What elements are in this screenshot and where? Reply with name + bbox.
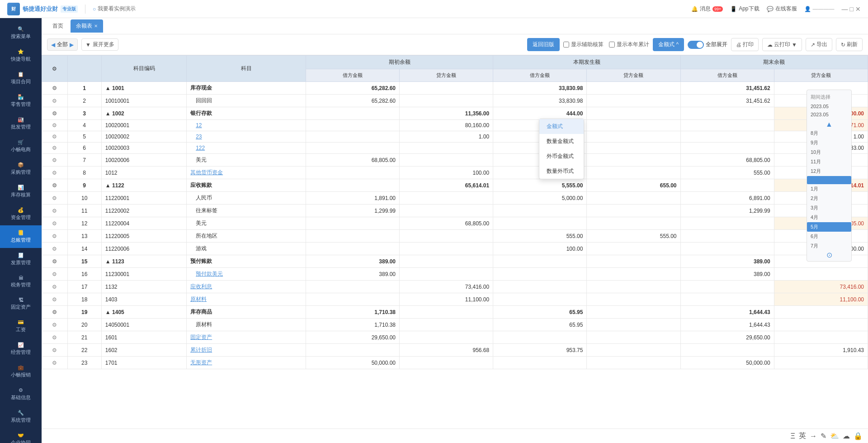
period-item-2023-05b[interactable]: 2023.05 — [807, 110, 851, 119]
tab-balance[interactable]: 余额表 ✕ — [71, 19, 103, 33]
refresh-button[interactable]: ↻ 刷新 — [836, 38, 863, 51]
search-box[interactable]: ◀ 全部 ▶ — [47, 38, 78, 51]
sidebar-item-capital[interactable]: 💰 资金管理 — [0, 203, 42, 225]
cell-settings[interactable]: ⚙ — [42, 255, 68, 268]
cell-settings[interactable]: ⚙ — [42, 344, 68, 357]
sidebar-item-retail[interactable]: 🏪 零售管理 — [0, 90, 42, 112]
period-up-icon[interactable]: ▲ — [826, 120, 833, 129]
sidebar-item-basic[interactable]: ⚙ 基础信息 — [0, 383, 42, 405]
checkbox-annual-input[interactable] — [609, 42, 615, 48]
cell-settings[interactable]: ⚙ — [42, 205, 68, 217]
period-item-2023[interactable]: 2023 — [807, 176, 851, 184]
header-settings[interactable]: ⚙ — [42, 56, 68, 82]
checkbox-aux-input[interactable] — [563, 42, 569, 48]
cell-settings[interactable]: ⚙ — [42, 217, 68, 230]
cell-settings[interactable]: ⚙ — [42, 293, 68, 306]
sidebar-item-fixed-assets[interactable]: 🏗 固定资产 — [0, 293, 42, 315]
cell-subject[interactable]: 无形资产 — [187, 357, 306, 369]
sidebar-item-wholesale[interactable]: 🏭 批发管理 — [0, 112, 42, 135]
cell-settings[interactable]: ⚙ — [42, 179, 68, 192]
bottom-icon-lock[interactable]: 🔒 — [854, 432, 863, 440]
tab-close-icon[interactable]: ✕ — [94, 24, 98, 29]
period-item-feb[interactable]: 2月 — [807, 194, 851, 203]
cell-settings[interactable]: ⚙ — [42, 95, 68, 107]
dropdown-item-qty-amount[interactable]: 数量金额式 — [539, 134, 584, 149]
bottom-icon-1[interactable]: Ξ — [791, 432, 795, 440]
cell-subject[interactable]: 其他货币资金 — [187, 167, 306, 179]
toggle-switch[interactable] — [688, 41, 704, 49]
print-button[interactable]: 🖨 打印 — [731, 38, 759, 51]
bottom-icon-3[interactable]: → — [810, 432, 817, 440]
sidebar-item-search[interactable]: 🔍 搜索菜单 — [0, 22, 42, 44]
cell-settings[interactable]: ⚙ — [42, 82, 68, 95]
period-item-2023-05a[interactable]: 2023.05 — [807, 102, 851, 110]
period-item-may[interactable]: 5月 — [807, 222, 851, 232]
period-item-jun[interactable]: 6月 — [807, 232, 851, 241]
cell-settings[interactable]: ⚙ — [42, 107, 68, 120]
cell-subject[interactable]: 预付款美元 — [187, 268, 306, 281]
cell-settings[interactable]: ⚙ — [42, 192, 68, 205]
cell-subject[interactable]: 12 — [187, 120, 306, 131]
service-item[interactable]: 💬 在线客服 — [767, 5, 797, 13]
cell-settings[interactable]: ⚙ — [42, 230, 68, 243]
sidebar-item-expense[interactable]: 💼 小畅报销 — [0, 360, 42, 383]
cell-settings[interactable]: ⚙ — [42, 268, 68, 281]
cell-settings[interactable]: ⚙ — [42, 331, 68, 344]
cell-settings[interactable]: ⚙ — [42, 143, 68, 154]
dropdown-item-amount[interactable]: 金额式 — [539, 119, 584, 134]
bottom-icon-cloud1[interactable]: ⛅ — [830, 432, 839, 440]
cell-settings[interactable]: ⚙ — [42, 167, 68, 179]
dropdown-item-foreign-amount[interactable]: 外币金额式 — [539, 149, 584, 164]
dropdown-item-qty-foreign[interactable]: 数量外币式 — [539, 164, 584, 179]
demo-link[interactable]: ○ 我要看实例演示 — [93, 5, 136, 13]
cell-settings[interactable]: ⚙ — [42, 120, 68, 131]
checkbox-annual[interactable]: 显示本年累计 — [609, 41, 649, 48]
notification-item[interactable]: 🔔 消息 99+ — [691, 5, 723, 13]
amount-style-button[interactable]: 金额式 ^ — [653, 38, 684, 51]
table-container[interactable]: ⚙ 科目编码 科目 期初余额 本期发生额 期末余额 借方金额 贷方金额 借方金额 — [42, 55, 868, 429]
sidebar-item-nav[interactable]: ⭐ 快捷导航 — [0, 44, 42, 67]
period-item-oct[interactable]: 10月 — [807, 148, 851, 157]
period-item-jan[interactable]: 1月 — [807, 184, 851, 194]
sidebar-item-system[interactable]: 🔧 系统管理 — [0, 405, 42, 428]
bottom-icon-edit[interactable]: ✎ — [821, 432, 826, 440]
sidebar-item-ecommerce[interactable]: 🛒 小畅电商 — [0, 135, 42, 157]
cloud-print-button[interactable]: ☁ 云打印 ▼ — [762, 38, 802, 51]
period-item-apr[interactable]: 4月 — [807, 213, 851, 222]
period-item-dec[interactable]: 12月 — [807, 167, 851, 176]
download-item[interactable]: 📱 App下载 — [730, 5, 759, 13]
cell-subject[interactable]: 固定资产 — [187, 331, 306, 344]
sidebar-item-inventory[interactable]: 📊 库存核算 — [0, 180, 42, 203]
expand-button[interactable]: ▼ 展开更多 — [81, 38, 118, 51]
export-button[interactable]: ↗ 导出 — [806, 38, 832, 51]
cell-settings[interactable]: ⚙ — [42, 319, 68, 331]
period-down-icon[interactable]: ⊙ — [826, 251, 832, 259]
return-button[interactable]: 返回旧版 — [527, 38, 560, 51]
cell-subject[interactable]: 原材料 — [187, 293, 306, 306]
sidebar-item-collab[interactable]: 🤝 企业协同 — [0, 428, 42, 443]
cell-subject[interactable]: 累计折旧 — [187, 344, 306, 357]
period-item-mar[interactable]: 3月 — [807, 203, 851, 213]
cell-settings[interactable]: ⚙ — [42, 281, 68, 293]
tab-home[interactable]: 首页 — [47, 19, 69, 33]
close-button[interactable]: ✕ — [855, 5, 861, 13]
minimize-button[interactable]: — — [842, 5, 848, 13]
cell-subject[interactable]: 应收利息 — [187, 281, 306, 293]
sidebar-item-payroll[interactable]: 💳 工资 — [0, 315, 42, 338]
expand-all-toggle[interactable]: 全部展开 — [688, 41, 727, 49]
cell-settings[interactable]: ⚙ — [42, 154, 68, 167]
period-item-aug[interactable]: 8月 — [807, 129, 851, 138]
bottom-icon-cloud2[interactable]: ☁ — [843, 432, 850, 440]
cell-settings[interactable]: ⚙ — [42, 357, 68, 369]
checkbox-aux[interactable]: 显示辅助核算 — [563, 41, 604, 48]
sidebar-item-ledger[interactable]: 📒 总账管理 — [0, 225, 42, 248]
cell-settings[interactable]: ⚙ — [42, 131, 68, 143]
cell-subject[interactable]: 23 — [187, 131, 306, 143]
sidebar-item-operations[interactable]: 📈 经营管理 — [0, 338, 42, 360]
sidebar-item-project[interactable]: 📋 项目合同 — [0, 67, 42, 90]
cell-subject[interactable]: 122 — [187, 143, 306, 154]
sidebar-item-purchase[interactable]: 📦 采购管理 — [0, 157, 42, 180]
cell-settings[interactable]: ⚙ — [42, 306, 68, 319]
period-item-sep[interactable]: 9月 — [807, 138, 851, 148]
user-item[interactable]: 👤 ———— — [804, 6, 835, 12]
